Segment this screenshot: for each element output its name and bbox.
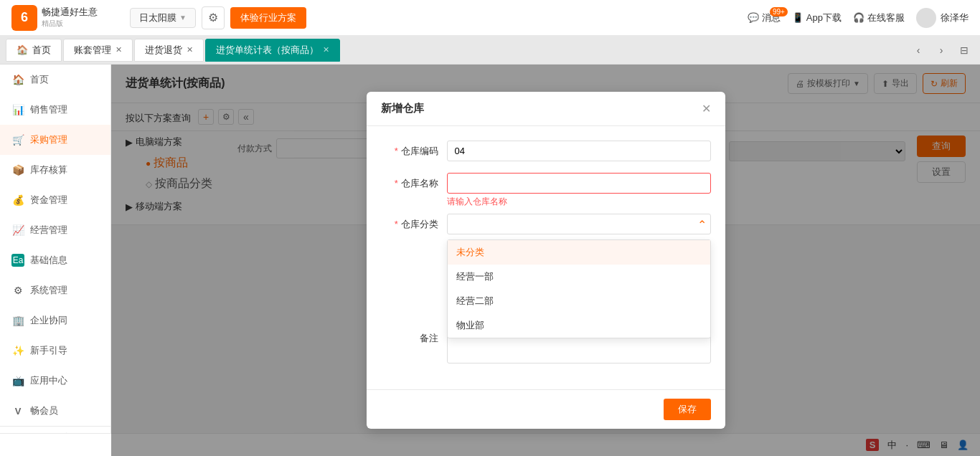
sidebar-item-app-center[interactable]: 📺 应用中心 xyxy=(0,366,110,396)
new-warehouse-modal: 新增仓库 ✕ * 仓库编码 * xyxy=(367,92,725,429)
modal-body: * 仓库编码 * 仓库名称 请输入仓库名称 xyxy=(367,126,725,389)
category-input[interactable] xyxy=(447,214,711,234)
tab-accounts-close[interactable]: ✕ xyxy=(116,45,122,54)
header-right: 💬 消息 99+ 📱 App下载 🎧 在线客服 徐泽华 xyxy=(748,8,969,28)
code-input[interactable] xyxy=(447,141,711,161)
sidebar-finance-label: 资金管理 xyxy=(30,194,67,206)
basic-icon: Ea xyxy=(11,254,24,267)
notification-button[interactable]: 💬 消息 99+ xyxy=(748,11,781,24)
tab-home[interactable]: 🏠 首页 xyxy=(6,39,62,62)
sidebar-basic-label: 基础信息 xyxy=(30,254,67,267)
sidebar-item-operations[interactable]: 📈 经营管理 xyxy=(0,215,110,245)
tab-purchase-return-close[interactable]: ✕ xyxy=(187,45,193,54)
sidebar-item-basic[interactable]: Ea 基础信息 xyxy=(0,245,110,275)
vip-icon: V xyxy=(11,404,24,417)
dropdown-item-dept1[interactable]: 经营一部 xyxy=(448,265,710,289)
modal-title: 新增仓库 xyxy=(381,102,424,115)
code-label: * 仓库编码 xyxy=(381,141,438,158)
sidebar-item-newbie[interactable]: ✨ 新手引导 xyxy=(0,336,110,366)
tab-actions: ‹ › ⊟ xyxy=(908,40,974,60)
tab-home-label: 首页 xyxy=(32,44,51,57)
tab-accounts[interactable]: 账套管理 ✕ xyxy=(63,39,133,62)
user-name: 徐泽华 xyxy=(941,11,969,24)
tab-purchase-return-label: 进货退货 xyxy=(145,44,182,57)
category-label: * 仓库分类 xyxy=(381,214,438,231)
notification-badge: 99+ xyxy=(770,7,788,16)
sidebar-item-finance[interactable]: 💰 资金管理 xyxy=(0,185,110,215)
modal-footer: 保存 xyxy=(367,389,725,429)
sidebar-vip-label: 畅会员 xyxy=(30,404,58,417)
sidebar-item-purchase[interactable]: 🛒 采购管理 xyxy=(0,125,110,155)
gear-icon: ⚙ xyxy=(208,11,218,24)
sidebar-system-label: 系统管理 xyxy=(30,284,67,297)
inventory-icon: 📦 xyxy=(11,163,24,176)
tab-purchase-stat-close[interactable]: ✕ xyxy=(323,45,329,54)
message-icon: 💬 xyxy=(748,12,759,23)
headset-icon: 🎧 xyxy=(853,12,864,23)
app-center-icon: 📺 xyxy=(11,374,24,387)
sidebar-inventory-label: 库存核算 xyxy=(30,163,67,176)
system-icon: ⚙ xyxy=(11,284,24,297)
purchase-icon: 🛒 xyxy=(11,133,24,146)
modal-close-button[interactable]: ✕ xyxy=(702,102,711,115)
sidebar-item-vip[interactable]: V 畅会员 xyxy=(0,396,110,426)
modal-header: 新增仓库 ✕ xyxy=(367,92,725,126)
sidebar-enterprise-label: 企业协同 xyxy=(30,314,67,327)
enterprise-icon: 🏢 xyxy=(11,314,24,327)
tab-next-button[interactable]: › xyxy=(931,40,951,60)
sidebar-home-label: 首页 xyxy=(30,73,49,86)
category-input-wrap: ⌃ 未分类 经营一部 经营二部 物业部 xyxy=(447,214,711,234)
tab-menu-button[interactable]: ⊟ xyxy=(954,40,974,60)
notes-label: 备注 xyxy=(381,328,438,345)
online-service-button[interactable]: 🎧 在线客服 xyxy=(853,11,905,24)
sidebar-item-enterprise[interactable]: 🏢 企业协同 xyxy=(0,305,110,336)
sidebar-item-system[interactable]: ⚙ 系统管理 xyxy=(0,275,110,305)
dropdown-item-none[interactable]: 未分类 xyxy=(448,240,710,265)
operations-icon: 📈 xyxy=(11,224,24,237)
sidebar: 🏠 首页 📊 销售管理 🛒 采购管理 📦 库存核算 💰 资金管理 📈 经营管理 … xyxy=(0,65,111,456)
avatar xyxy=(916,8,936,28)
tab-purchase-stat-label: 进货单统计表（按商品） xyxy=(216,44,319,57)
app-badge: 精品版 xyxy=(42,19,98,29)
sidebar-item-sales[interactable]: 📊 销售管理 xyxy=(0,95,110,125)
tab-purchase-stat[interactable]: 进货单统计表（按商品） ✕ xyxy=(205,39,340,62)
app-download-button[interactable]: 📱 App下载 xyxy=(792,11,842,24)
sidebar-item-inventory[interactable]: 📦 库存核算 xyxy=(0,155,110,185)
main-layout: 🏠 首页 📊 销售管理 🛒 采购管理 📦 库存核算 💰 资金管理 📈 经营管理 … xyxy=(0,65,980,456)
tab-bar: 🏠 首页 账套管理 ✕ 进货退货 ✕ 进货单统计表（按商品） ✕ ‹ › ⊟ xyxy=(0,36,980,65)
tab-prev-button[interactable]: ‹ xyxy=(908,40,928,60)
name-label: * 仓库名称 xyxy=(381,173,438,190)
app-name: 畅捷通好生意 xyxy=(42,6,98,19)
sidebar-sales-label: 销售管理 xyxy=(30,103,67,116)
name-error-msg: 请输入仓库名称 xyxy=(447,196,507,208)
logo-icon: 6 xyxy=(11,5,37,31)
dropdown-item-dept2[interactable]: 经营二部 xyxy=(448,289,710,313)
newbie-icon: ✨ xyxy=(11,344,24,357)
store-name: 日太阳膜 xyxy=(139,11,176,24)
service-label: 在线客服 xyxy=(867,11,905,24)
user-area[interactable]: 徐泽华 xyxy=(916,8,969,28)
store-selector[interactable]: 日太阳膜 ▼ xyxy=(130,8,196,28)
name-field-row: * 仓库名称 请输入仓库名称 xyxy=(381,173,711,194)
phone-icon: 📱 xyxy=(792,12,804,23)
modal-overlay[interactable]: 新增仓库 ✕ * 仓库编码 * xyxy=(111,65,980,456)
category-field-row: * 仓库分类 ⌃ 未分类 经营一部 经营二部 物业部 xyxy=(381,214,711,234)
content-area: 进货单统计(按商品) 🖨 按模板打印 ▼ ⬆ 导出 ↻ 刷新 按以下方案查询 xyxy=(111,65,980,456)
category-dropdown: 未分类 经营一部 经营二部 物业部 xyxy=(447,239,711,338)
tab-purchase-return[interactable]: 进货退货 ✕ xyxy=(134,39,204,62)
home-icon: 🏠 xyxy=(11,73,24,86)
save-button[interactable]: 保存 xyxy=(664,399,711,420)
sidebar-item-home[interactable]: 🏠 首页 xyxy=(0,65,110,95)
experience-button[interactable]: 体验行业方案 xyxy=(230,7,306,29)
dropdown-item-property[interactable]: 物业部 xyxy=(448,313,710,338)
top-header: 6 畅捷通好生意 精品版 日太阳膜 ▼ ⚙ 体验行业方案 💬 消息 99+ 📱 … xyxy=(0,0,980,36)
sidebar-purchase-label: 采购管理 xyxy=(30,133,67,146)
settings-button[interactable]: ⚙ xyxy=(202,6,225,29)
code-field-row: * 仓库编码 xyxy=(381,141,711,161)
name-input[interactable] xyxy=(447,173,711,194)
sidebar-operations-label: 经营管理 xyxy=(30,224,67,237)
sidebar-app-center-label: 应用中心 xyxy=(30,374,67,387)
category-toggle-button[interactable]: ⌃ xyxy=(697,217,707,231)
sales-icon: 📊 xyxy=(11,103,24,116)
chevron-down-icon: ▼ xyxy=(179,14,187,22)
